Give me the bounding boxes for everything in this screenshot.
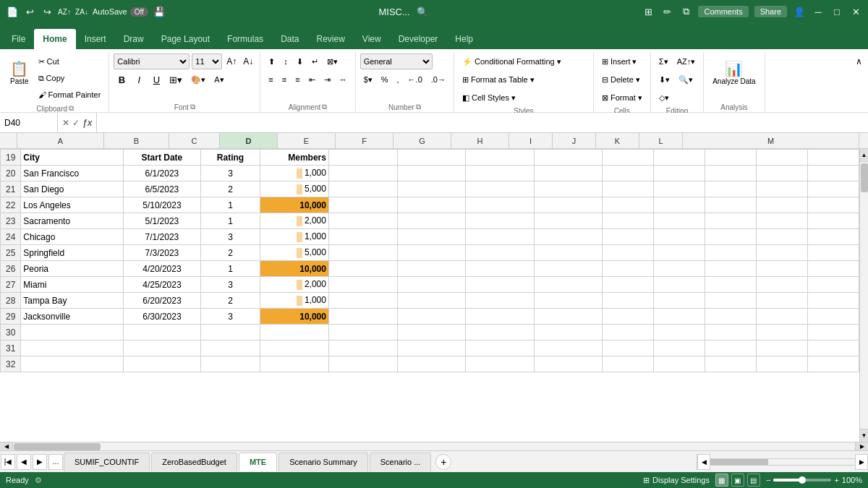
table-cell[interactable] <box>757 229 808 245</box>
decrease-font-btn[interactable]: A↓ <box>241 55 255 68</box>
table-cell[interactable] <box>534 166 603 181</box>
table-cell[interactable] <box>757 325 808 341</box>
table-cell[interactable] <box>397 197 466 213</box>
tab-nav-dots[interactable]: ... <box>48 454 63 470</box>
tab-data[interactable]: Data <box>272 29 307 49</box>
table-cell[interactable] <box>328 181 397 197</box>
table-cell[interactable] <box>807 293 859 309</box>
window-btn[interactable]: ⧉ <box>679 5 692 18</box>
table-cell[interactable] <box>757 261 808 277</box>
tab-file[interactable]: File <box>3 29 34 49</box>
table-cell[interactable] <box>654 341 705 356</box>
close-btn[interactable]: ✕ <box>849 5 862 18</box>
table-cell[interactable]: 10,000 <box>260 309 329 325</box>
table-cell[interactable] <box>654 293 705 309</box>
increase-indent-btn[interactable]: ⇥ <box>320 72 334 87</box>
table-cell[interactable] <box>534 277 603 293</box>
h-scroll-tab-left[interactable]: ◀ <box>697 454 710 470</box>
table-cell[interactable] <box>603 166 654 181</box>
table-cell[interactable] <box>21 341 124 356</box>
h-scroll-thumb[interactable] <box>14 443 101 450</box>
tab-help[interactable]: Help <box>446 29 482 49</box>
font-expand-icon[interactable]: ⧉ <box>190 103 195 111</box>
number-format-select[interactable]: General <box>360 53 433 69</box>
table-cell[interactable] <box>397 356 466 372</box>
table-cell[interactable] <box>603 213 654 229</box>
table-cell[interactable]: Chicago <box>21 229 124 245</box>
table-cell[interactable] <box>466 293 535 309</box>
table-cell[interactable]: Rating <box>200 150 260 166</box>
table-cell[interactable] <box>654 166 705 181</box>
horizontal-scrollbar[interactable]: ◀ ▶ <box>0 442 868 450</box>
profile-btn[interactable]: 👤 <box>793 5 806 18</box>
table-cell[interactable] <box>603 356 654 372</box>
table-cell[interactable] <box>534 309 603 325</box>
table-cell[interactable]: Miami <box>21 277 124 293</box>
table-cell[interactable] <box>654 150 705 166</box>
sheet-tab-mte[interactable]: MTE <box>239 453 277 471</box>
italic-btn[interactable]: I <box>131 72 147 87</box>
table-cell[interactable]: 1,000 <box>260 229 329 245</box>
table-row[interactable]: 25Springfield7/3/202325,000 <box>1 245 859 261</box>
table-cell[interactable]: 6/5/2023 <box>124 181 200 197</box>
display-settings-btn[interactable]: ⊞ Display Settings <box>643 476 710 485</box>
table-cell[interactable] <box>603 245 654 261</box>
table-cell[interactable]: 7/1/2023 <box>124 229 200 245</box>
table-cell[interactable]: 1 <box>200 261 260 277</box>
share-btn[interactable]: Share <box>754 6 787 17</box>
table-cell[interactable] <box>757 150 808 166</box>
table-cell[interactable]: San Diego <box>21 181 124 197</box>
table-cell[interactable] <box>757 181 808 197</box>
table-cell[interactable] <box>260 325 329 341</box>
table-cell[interactable] <box>757 293 808 309</box>
table-cell[interactable] <box>466 229 535 245</box>
table-cell[interactable] <box>534 341 603 356</box>
table-cell[interactable] <box>654 197 705 213</box>
table-cell[interactable] <box>466 181 535 197</box>
table-cell[interactable] <box>466 150 535 166</box>
align-top-btn[interactable]: ⬆ <box>265 53 278 69</box>
h-scroll-tab-right[interactable]: ▶ <box>855 454 868 470</box>
table-cell[interactable] <box>124 341 200 356</box>
font-color-btn[interactable]: A▾ <box>210 72 227 87</box>
table-cell[interactable]: Los Angeles <box>21 197 124 213</box>
table-cell[interactable] <box>260 356 329 372</box>
ribbon-toggle-btn[interactable]: ⊞ <box>642 5 655 18</box>
table-row[interactable]: 20San Francisco6/1/202331,000 <box>1 166 859 181</box>
cut-btn[interactable]: ✂ Cut <box>35 53 105 69</box>
table-cell[interactable]: Springfield <box>21 245 124 261</box>
table-cell[interactable] <box>654 356 705 372</box>
table-cell[interactable] <box>466 213 535 229</box>
table-cell[interactable] <box>328 325 397 341</box>
table-cell[interactable] <box>757 166 808 181</box>
table-cell[interactable]: 3 <box>200 229 260 245</box>
table-row[interactable]: 31 <box>1 341 859 356</box>
sheet-tab-scenario-summary[interactable]: Scenario Summary <box>278 453 368 471</box>
col-header-i[interactable]: I <box>509 133 553 149</box>
table-cell[interactable] <box>328 293 397 309</box>
table-cell[interactable] <box>603 325 654 341</box>
table-cell[interactable]: 1 <box>200 197 260 213</box>
scroll-up-btn[interactable]: ▲ <box>860 149 868 162</box>
table-cell[interactable] <box>603 229 654 245</box>
col-header-m[interactable]: M <box>683 133 859 149</box>
table-cell[interactable]: 6/30/2023 <box>124 309 200 325</box>
table-cell[interactable] <box>534 261 603 277</box>
tab-view[interactable]: View <box>354 29 390 49</box>
analyze-data-btn[interactable]: 📊 Analyze Data <box>708 53 760 94</box>
table-cell[interactable] <box>807 229 859 245</box>
table-row[interactable]: 26Peoria4/20/2023110,000 <box>1 261 859 277</box>
wrap-text-btn[interactable]: ↵ <box>308 53 322 69</box>
table-cell[interactable] <box>534 213 603 229</box>
table-cell[interactable] <box>757 197 808 213</box>
add-sheet-btn[interactable]: + <box>435 454 451 470</box>
table-cell[interactable]: 4/20/2023 <box>124 261 200 277</box>
view-page-break-btn[interactable]: ▤ <box>747 474 760 487</box>
table-cell[interactable]: 3 <box>200 166 260 181</box>
table-cell[interactable] <box>807 166 859 181</box>
table-cell[interactable] <box>807 356 859 372</box>
formula-input[interactable] <box>97 113 868 132</box>
table-cell[interactable] <box>397 181 466 197</box>
tab-nav-first[interactable]: |◀ <box>1 454 15 470</box>
table-cell[interactable] <box>654 277 705 293</box>
